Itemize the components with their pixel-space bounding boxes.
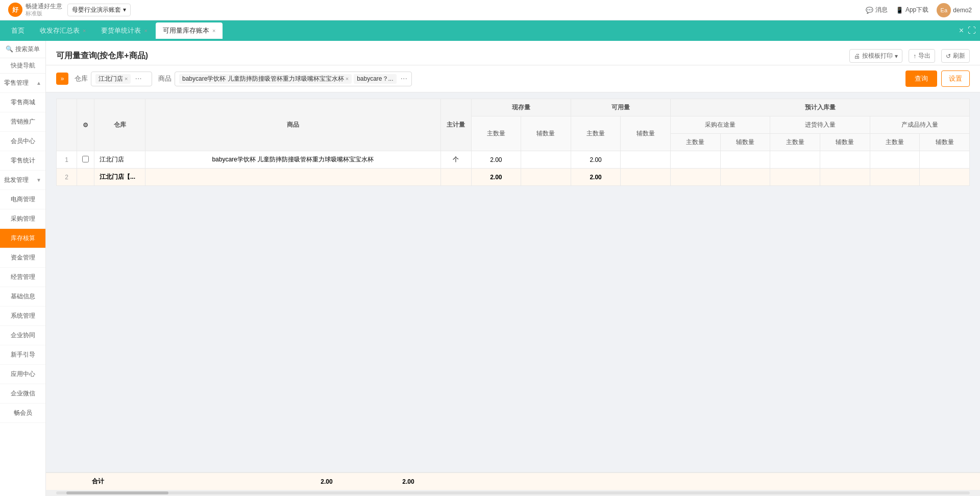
th-product: 商品 xyxy=(145,99,441,151)
operations-label: 经营管理 xyxy=(11,273,35,281)
product-more-icon[interactable]: ··· xyxy=(401,74,407,83)
sidebar-item-corp-wechat[interactable]: 企业微信 xyxy=(0,384,45,404)
filter-actions: 查询 设置 xyxy=(905,70,970,87)
cell-check-1[interactable] xyxy=(77,151,94,169)
sidebar-item-sys-mgmt[interactable]: 系统管理 xyxy=(0,306,45,326)
sidebar-item-new-guide[interactable]: 新手引导 xyxy=(0,345,45,365)
scroll-thumb[interactable] xyxy=(66,491,168,494)
tab-order-stats-close[interactable]: × xyxy=(144,28,147,34)
sidebar-quick-nav[interactable]: 快捷导航 xyxy=(0,58,45,74)
horizontal-scrollbar[interactable] xyxy=(46,490,980,496)
tab-receive-send-close[interactable]: × xyxy=(83,28,86,34)
sidebar-item-finance[interactable]: 资金管理 xyxy=(0,248,45,268)
sidebar-item-app-center[interactable]: 应用中心 xyxy=(0,365,45,384)
app-download-label: App下载 xyxy=(905,6,928,14)
th-no xyxy=(57,99,77,151)
sidebar-item-operations[interactable]: 经营管理 xyxy=(0,268,45,287)
print-btn[interactable]: 🖨 按模板打印 ▾ xyxy=(849,49,902,63)
warehouse-more-icon[interactable]: ··· xyxy=(135,74,141,83)
sidebar-search[interactable]: 🔍 搜索菜单 xyxy=(0,41,45,58)
warehouse-label: 仓库 xyxy=(75,74,88,83)
avatar: Ea xyxy=(937,3,951,17)
expand-filter-btn[interactable]: » xyxy=(56,73,68,85)
message-btn[interactable]: 💬 消息 xyxy=(866,6,888,14)
row-checkbox-1[interactable] xyxy=(82,156,89,162)
search-icon: 🔍 xyxy=(6,45,13,53)
sidebar-item-retail-stats[interactable]: 零售统计 xyxy=(0,151,45,171)
dropdown-icon: ▾ xyxy=(123,6,126,13)
search-label: 搜索菜单 xyxy=(15,45,40,53)
cell-incoming-main-2 xyxy=(770,169,820,186)
export-label: 导出 xyxy=(918,52,930,60)
sidebar-item-retail-mall[interactable]: 零售商城 xyxy=(0,93,45,112)
sidebar-item-retail-mgmt[interactable]: 零售管理 ▲ xyxy=(0,74,45,93)
tab-order-stats[interactable]: 要货单统计表 × xyxy=(94,22,154,39)
message-label: 消息 xyxy=(875,6,888,14)
main-layout: 🔍 搜索菜单 快捷导航 零售管理 ▲ 零售商城 营销推广 会员中心 零售统计 批… xyxy=(0,41,980,496)
th-purchase-aux: 辅数量 xyxy=(720,134,770,151)
export-btn[interactable]: ↑ 导出 xyxy=(909,49,935,63)
refresh-label: 刷新 xyxy=(953,52,965,60)
query-btn[interactable]: 查询 xyxy=(905,70,937,87)
cell-unit-2 xyxy=(440,169,471,186)
footer-label: 合计 xyxy=(92,477,143,486)
tab-receive-send[interactable]: 收发存汇总表 × xyxy=(33,22,93,39)
sidebar-item-enterprise[interactable]: 企业协同 xyxy=(0,326,45,345)
product-input[interactable]: babycare学饮杯 儿童防摔防撞吸管杯重力球吸嘴杯宝宝水杯 × babyca… xyxy=(175,72,412,86)
tab-available-stock[interactable]: 可用量库存账本 × xyxy=(156,22,223,39)
settings-btn[interactable]: 设置 xyxy=(941,70,970,87)
footer-row: 合计 2.00 2.00 xyxy=(56,477,970,486)
sidebar-item-wholesale-mgmt[interactable]: 批发管理 ▼ xyxy=(0,171,45,190)
cell-incoming-aux-2 xyxy=(820,169,870,186)
th-product-aux: 辅数量 xyxy=(920,134,970,151)
th-purchase-transit: 采购在途量 xyxy=(671,116,770,134)
sidebar-item-inventory[interactable]: 库存核算 xyxy=(0,229,45,248)
cell-check-2[interactable] xyxy=(77,169,94,186)
refresh-btn[interactable]: ↺ 刷新 xyxy=(941,49,970,63)
warehouse-input[interactable]: 江北门店 × ··· xyxy=(91,72,152,86)
wholesale-mgmt-arrow: ▼ xyxy=(36,177,41,183)
industry-selector[interactable]: 母婴行业演示账套 ▾ xyxy=(67,4,131,16)
sidebar-item-vip-member[interactable]: 畅会员 xyxy=(0,404,45,423)
marketing-label: 营销推广 xyxy=(11,117,35,126)
scroll-track[interactable] xyxy=(56,491,970,494)
th-purchase-main: 主数量 xyxy=(671,134,721,151)
sidebar-item-member-center[interactable]: 会员中心 xyxy=(0,132,45,151)
product-tag2: babycare？... xyxy=(354,74,396,84)
app-download-btn[interactable]: 📱 App下载 xyxy=(896,6,928,14)
export-icon: ↑ xyxy=(913,53,916,60)
sidebar-item-basics[interactable]: 基础信息 xyxy=(0,287,45,306)
sidebar-item-purchase-mgmt[interactable]: 采购管理 xyxy=(0,209,45,229)
th-avail-main: 主数量 xyxy=(571,116,621,151)
table-row: 1 江北门店 babycare学饮杯 儿童防摔防撞吸管杯重力球吸嘴杯宝宝水杯 个… xyxy=(57,151,970,169)
warehouse-tag-remove[interactable]: × xyxy=(125,76,128,82)
logo-text: 畅捷通好生意 xyxy=(26,3,62,10)
ecommerce-label: 电商管理 xyxy=(11,195,35,204)
retail-mall-label: 零售商城 xyxy=(11,98,35,107)
sidebar-item-ecommerce[interactable]: 电商管理 xyxy=(0,190,45,209)
page-header: 可用量查询(按仓库+商品) 🖨 按模板打印 ▾ ↑ 导出 ↺ 刷新 xyxy=(46,41,980,65)
user-area[interactable]: Ea demo2 xyxy=(937,3,972,17)
product-tag1-remove[interactable]: × xyxy=(346,76,349,82)
logo-subtext: 标准版 xyxy=(26,10,62,17)
th-current-stock: 现存量 xyxy=(471,99,571,116)
close-all-btn[interactable]: × xyxy=(959,26,964,35)
th-settings[interactable]: ⚙ xyxy=(77,99,94,151)
fullscreen-btn[interactable]: ⛶ xyxy=(968,26,976,35)
content-area: 可用量查询(按仓库+商品) 🖨 按模板打印 ▾ ↑ 导出 ↺ 刷新 » xyxy=(46,41,980,496)
table-footer: 合计 2.00 2.00 xyxy=(46,472,980,490)
tab-order-stats-label: 要货单统计表 xyxy=(101,26,141,35)
nav-actions: × ⛶ xyxy=(959,26,976,35)
member-center-label: 会员中心 xyxy=(11,137,35,146)
enterprise-label: 企业协同 xyxy=(11,331,35,340)
cell-avail-main-2: 2.00 xyxy=(571,169,621,186)
phone-icon: 📱 xyxy=(896,7,903,14)
product-tag2-value: babycare？... xyxy=(357,75,393,83)
tab-home[interactable]: 首页 xyxy=(4,22,32,39)
sidebar-item-marketing[interactable]: 营销推广 xyxy=(0,112,45,132)
cell-warehouse-1: 江北门店 xyxy=(94,151,145,169)
product-tag1-value: babycare学饮杯 儿童防摔防撞吸管杯重力球吸嘴杯宝宝水杯 xyxy=(182,75,344,83)
tab-available-stock-close[interactable]: × xyxy=(212,28,215,34)
quick-nav-label: 快捷导航 xyxy=(11,62,35,69)
cell-purchase-aux-1 xyxy=(720,151,770,169)
